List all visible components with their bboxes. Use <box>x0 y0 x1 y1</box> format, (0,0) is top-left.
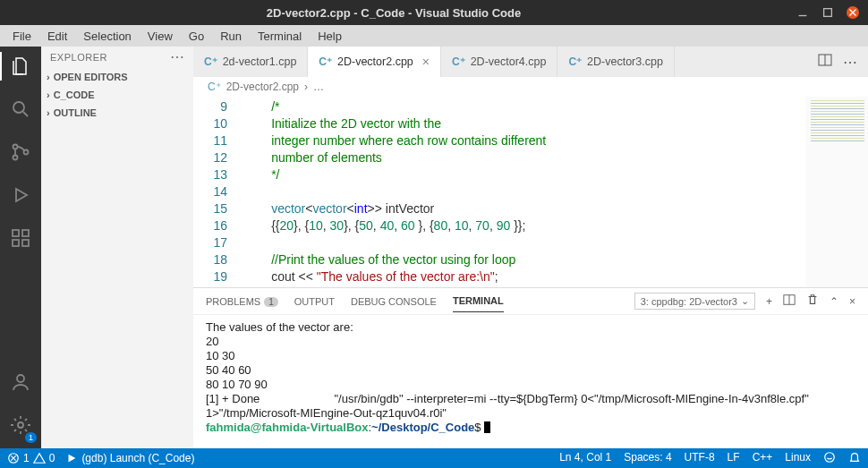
trash-icon[interactable] <box>806 294 819 309</box>
status-position[interactable]: Ln 4, Col 1 <box>559 451 611 466</box>
menu-run[interactable]: Run <box>213 28 249 45</box>
feedback-icon[interactable] <box>823 451 836 466</box>
terminal-dropdown[interactable]: 3: cppdbg: 2D-vector3 ⌄ <box>634 293 755 310</box>
panel: PROBLEMS1OUTPUTDEBUG CONSOLETERMINAL3: c… <box>193 287 868 448</box>
breadcrumb[interactable]: C⁺ 2D-vector2.cpp › … <box>193 77 868 97</box>
maximize-button[interactable] <box>821 6 834 19</box>
svg-rect-5 <box>13 230 19 236</box>
file-icon: C⁺ <box>568 55 582 68</box>
tab[interactable]: C⁺2d-vector1.cpp <box>193 47 308 77</box>
status-spaces[interactable]: Spaces: 4 <box>624 451 671 466</box>
status-os[interactable]: Linux <box>785 451 811 466</box>
file-icon: C⁺ <box>452 55 465 68</box>
maximize-panel-icon[interactable]: ⌃ <box>830 295 838 308</box>
panel-tab[interactable]: TERMINAL <box>453 290 504 312</box>
activitybar: 1 <box>0 47 41 448</box>
gear-badge: 1 <box>25 432 37 443</box>
editor-area: C⁺2d-vector1.cppC⁺2D-vector2.cpp×C⁺2D-ve… <box>193 47 868 448</box>
search-icon[interactable] <box>10 98 31 123</box>
status-encoding[interactable]: UTF-8 <box>685 451 715 466</box>
svg-point-14 <box>825 452 835 462</box>
minimap[interactable] <box>805 97 868 287</box>
menu-selection[interactable]: Selection <box>76 28 138 45</box>
code-editor[interactable]: /* Initialize the 2D vector with the int… <box>243 97 805 287</box>
explorer-title: EXPLORER <box>50 52 107 63</box>
gear-icon[interactable]: 1 <box>10 414 31 439</box>
close-panel-icon[interactable]: × <box>849 295 855 308</box>
explorer-icon[interactable] <box>10 55 31 81</box>
window-title: 2D-vector2.cpp - C_Code - Visual Studio … <box>0 6 787 20</box>
minimize-button[interactable] <box>796 6 809 19</box>
file-icon: C⁺ <box>204 55 217 68</box>
menu-view[interactable]: View <box>140 28 180 45</box>
new-terminal-icon[interactable]: + <box>766 295 772 308</box>
explorer-more-icon[interactable]: ⋯ <box>170 54 185 61</box>
svg-point-4 <box>24 150 29 155</box>
sidebar: EXPLORER⋯ ›OPEN EDITORS›C_CODE›OUTLINE <box>41 47 193 448</box>
close-tab-icon[interactable]: × <box>422 55 430 69</box>
sidebar-section[interactable]: ›C_CODE <box>41 86 193 104</box>
svg-rect-7 <box>13 240 19 246</box>
svg-point-2 <box>13 145 18 149</box>
svg-point-1 <box>13 102 24 113</box>
sidebar-section[interactable]: ›OPEN EDITORS <box>41 68 193 86</box>
svg-point-10 <box>18 422 23 428</box>
run-debug-icon[interactable] <box>10 184 31 209</box>
panel-tab[interactable]: PROBLEMS1 <box>206 291 278 312</box>
tabs: C⁺2d-vector1.cppC⁺2D-vector2.cpp×C⁺2D-ve… <box>193 47 868 77</box>
status-problems[interactable]: 1 0 <box>7 452 55 464</box>
source-control-icon[interactable] <box>10 141 31 166</box>
file-icon: C⁺ <box>208 81 221 93</box>
sidebar-section[interactable]: ›OUTLINE <box>41 104 193 122</box>
svg-rect-0 <box>824 9 832 17</box>
terminal[interactable]: The values of the vector are:2010 3050 4… <box>193 315 868 448</box>
status-launch[interactable]: (gdb) Launch (C_Code) <box>65 452 194 464</box>
breadcrumb-file: 2D-vector2.cpp <box>226 81 299 93</box>
menubar: FileEditSelectionViewGoRunTerminalHelp <box>0 25 868 47</box>
status-language[interactable]: C++ <box>753 451 773 466</box>
tab[interactable]: C⁺2D-vector2.cpp× <box>308 47 441 77</box>
titlebar: 2D-vector2.cpp - C_Code - Visual Studio … <box>0 0 868 25</box>
panel-tab[interactable]: OUTPUT <box>294 291 335 312</box>
menu-go[interactable]: Go <box>182 28 211 45</box>
extensions-icon[interactable] <box>10 227 31 252</box>
tab[interactable]: C⁺2D-vector4.cpp <box>441 47 557 77</box>
status-eol[interactable]: LF <box>728 451 740 466</box>
bell-icon[interactable] <box>848 451 861 466</box>
statusbar: 1 0 (gdb) Launch (C_Code) Ln 4, Col 1 Sp… <box>0 448 868 468</box>
more-actions-icon[interactable]: ⋯ <box>843 54 857 71</box>
gutter: 910111213141516171819 <box>193 97 243 287</box>
menu-help[interactable]: Help <box>311 28 349 45</box>
menu-file[interactable]: File <box>5 28 38 45</box>
file-icon: C⁺ <box>319 55 332 68</box>
svg-rect-6 <box>22 230 29 236</box>
split-terminal-icon[interactable] <box>783 294 796 309</box>
panel-tab[interactable]: DEBUG CONSOLE <box>351 291 437 312</box>
account-icon[interactable] <box>10 371 31 396</box>
menu-edit[interactable]: Edit <box>40 28 74 45</box>
menu-terminal[interactable]: Terminal <box>251 28 309 45</box>
split-editor-icon[interactable] <box>818 53 832 71</box>
close-button[interactable] <box>847 6 859 19</box>
svg-rect-8 <box>22 240 29 246</box>
svg-point-9 <box>17 375 24 382</box>
tab[interactable]: C⁺2D-vector3.cpp <box>557 47 674 77</box>
svg-point-3 <box>13 156 18 160</box>
